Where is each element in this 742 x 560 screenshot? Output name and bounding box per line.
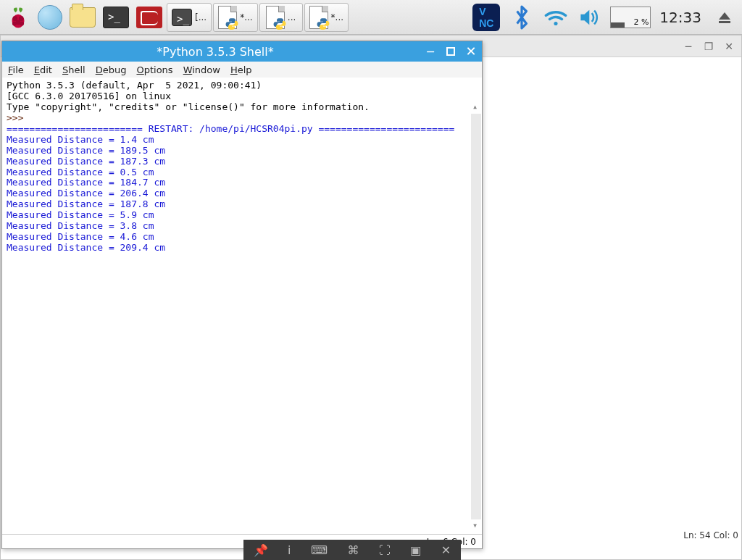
measurement-line: Measured Distance = 1.4 cm <box>7 134 154 145</box>
close-icon[interactable]: ✕ <box>441 543 451 557</box>
launcher-web[interactable] <box>35 3 65 32</box>
svg-point-5 <box>20 21 24 25</box>
speaker-icon <box>578 7 603 28</box>
clock[interactable]: 12:33 <box>655 9 706 26</box>
measurement-line: Measured Distance = 3.8 cm <box>7 220 154 231</box>
banner-line: [GCC 6.3.0 20170516] on linux <box>7 91 171 101</box>
keyboard-icon[interactable]: ⌨ <box>311 543 328 557</box>
prompt: >>> <box>7 112 29 123</box>
idle-titlebar[interactable]: *Python 3.5.3 Shell* ─ ✕ <box>2 41 482 62</box>
pin-icon[interactable]: 📌 <box>254 543 268 557</box>
system-panel: [... *... ... *... VNC <box>0 0 742 35</box>
svg-rect-7 <box>719 21 730 23</box>
info-icon[interactable]: i <box>288 543 291 557</box>
task-python-3[interactable]: *... <box>304 3 349 32</box>
task-python-1[interactable]: *... <box>213 3 257 32</box>
maximize-button[interactable]: ❐ <box>702 40 715 53</box>
eject-icon <box>716 9 733 26</box>
folder-icon <box>70 7 96 28</box>
task-label: *... <box>331 12 343 22</box>
launcher-files[interactable] <box>67 3 99 32</box>
keys-icon[interactable]: ⌘ <box>347 543 359 557</box>
menu-debug[interactable]: Debug <box>96 64 127 75</box>
banner-line: Type "copyright", "credits" or "license(… <box>7 101 370 112</box>
task-label: ... <box>288 12 296 22</box>
python-icon <box>225 17 238 30</box>
launcher-branch[interactable] <box>133 3 165 32</box>
menu-raspberry[interactable] <box>3 3 33 32</box>
vnc-toolbar: 📌 i ⌨ ⌘ ⛶ ▣ ✕ <box>243 540 461 560</box>
minimize-button[interactable]: ─ <box>682 40 695 53</box>
measurement-line: Measured Distance = 5.9 cm <box>7 209 154 220</box>
svg-point-6 <box>554 21 558 25</box>
python-icon <box>317 17 330 30</box>
task-python-2[interactable]: ... <box>259 3 303 32</box>
idle-output[interactable]: Python 3.5.3 (default, Apr 5 2021, 09:00… <box>2 78 482 534</box>
scale-icon[interactable]: ▣ <box>410 543 421 557</box>
cpu-percent: 2 % <box>633 17 649 27</box>
globe-icon <box>38 5 62 30</box>
svg-point-4 <box>12 21 17 25</box>
idle-title-text: *Python 3.5.3 Shell* <box>7 45 424 59</box>
fullscreen-icon[interactable]: ⛶ <box>379 543 391 557</box>
document-icon <box>266 6 285 29</box>
minimize-button[interactable]: ─ <box>424 45 437 58</box>
tray-wifi[interactable] <box>541 3 571 32</box>
python-icon <box>273 17 286 30</box>
menu-window[interactable]: Window <box>183 64 220 75</box>
idle-menubar: File Edit Shell Debug Options Window Hel… <box>2 62 482 78</box>
measurement-line: Measured Distance = 187.8 cm <box>7 198 165 209</box>
measurement-line: Measured Distance = 187.3 cm <box>7 156 165 167</box>
task-label: [... <box>195 12 207 22</box>
close-button[interactable]: ✕ <box>464 45 478 58</box>
document-icon <box>218 6 237 29</box>
tray-eject[interactable] <box>710 3 739 32</box>
measurement-line: Measured Distance = 184.7 cm <box>7 177 165 188</box>
terminal-icon <box>103 7 129 28</box>
terminal-icon <box>172 9 192 26</box>
document-icon <box>309 6 328 29</box>
tray-bluetooth[interactable] <box>507 3 536 32</box>
restart-line: ======================== RESTART: /home/… <box>7 123 454 134</box>
branch-icon <box>136 7 162 28</box>
task-label: *... <box>240 12 252 22</box>
maximize-button[interactable] <box>444 45 457 58</box>
close-button[interactable]: ✕ <box>722 40 735 53</box>
cpu-meter[interactable]: 2 % <box>610 7 651 28</box>
menu-options[interactable]: Options <box>136 64 172 75</box>
editor-statusbar: Ln: 54 Col: 0 <box>683 530 738 540</box>
tray-vnc[interactable]: VNC <box>470 3 503 32</box>
bluetooth-icon <box>512 5 531 30</box>
measurement-line: Measured Distance = 189.5 cm <box>7 145 165 156</box>
wifi-icon <box>543 7 568 28</box>
tray-volume[interactable] <box>575 3 606 32</box>
menu-file[interactable]: File <box>8 64 24 75</box>
scrollbar[interactable] <box>471 114 481 519</box>
measurement-line: Measured Distance = 206.4 cm <box>7 188 165 198</box>
task-terminal[interactable]: [... <box>167 3 212 32</box>
menu-shell[interactable]: Shell <box>62 64 86 75</box>
measurement-line: Measured Distance = 209.4 cm <box>7 242 165 253</box>
menu-help[interactable]: Help <box>230 64 252 75</box>
raspberry-icon <box>6 5 30 30</box>
menu-edit[interactable]: Edit <box>34 64 52 75</box>
vnc-icon: VNC <box>472 4 500 31</box>
idle-shell-window: *Python 3.5.3 Shell* ─ ✕ File Edit Shell… <box>1 41 483 549</box>
launcher-terminal[interactable] <box>100 3 132 32</box>
measurement-line: Measured Distance = 4.6 cm <box>7 231 154 242</box>
banner-line: Python 3.5.3 (default, Apr 5 2021, 09:00… <box>7 80 262 91</box>
measurement-line: Measured Distance = 0.5 cm <box>7 167 154 177</box>
